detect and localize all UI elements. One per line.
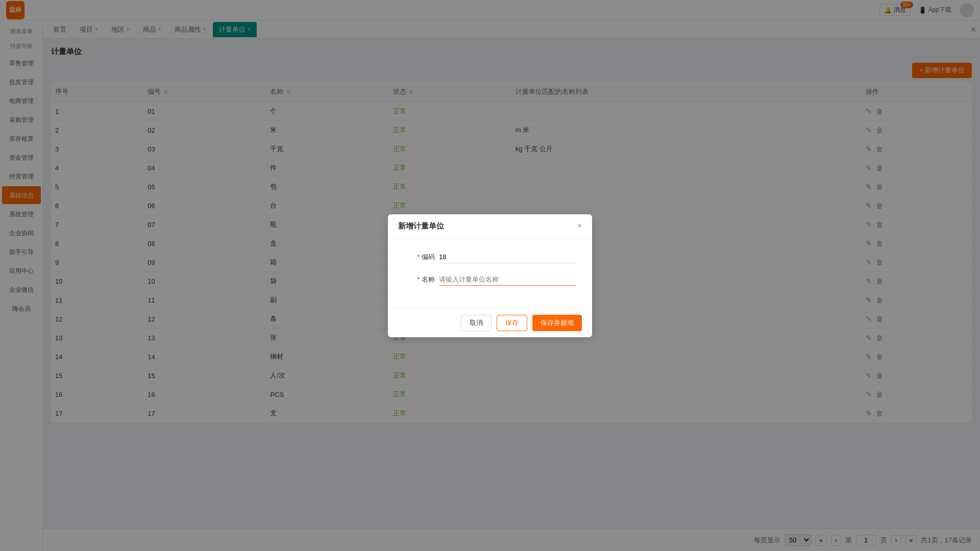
- save-add-button[interactable]: 保存并新增: [532, 315, 582, 331]
- modal-close-button[interactable]: ×: [577, 222, 582, 230]
- form-row-code: 编码: [404, 251, 576, 263]
- add-unit-modal: 新增计量单位 × 编码 名称 取消 保存 保存并新增: [388, 214, 592, 337]
- cancel-button[interactable]: 取消: [461, 315, 492, 331]
- modal-body: 编码 名称: [388, 239, 592, 308]
- modal-header: 新增计量单位 ×: [388, 214, 592, 239]
- modal-title: 新增计量单位: [398, 221, 444, 231]
- modal-overlay: 新增计量单位 × 编码 名称 取消 保存 保存并新增: [0, 0, 980, 551]
- save-button[interactable]: 保存: [497, 315, 527, 331]
- name-label: 名称: [404, 275, 435, 284]
- form-row-name: 名称: [404, 273, 576, 286]
- code-input[interactable]: [439, 251, 576, 263]
- code-label: 编码: [404, 253, 435, 262]
- name-input[interactable]: [439, 273, 576, 286]
- modal-footer: 取消 保存 保存并新增: [388, 308, 592, 337]
